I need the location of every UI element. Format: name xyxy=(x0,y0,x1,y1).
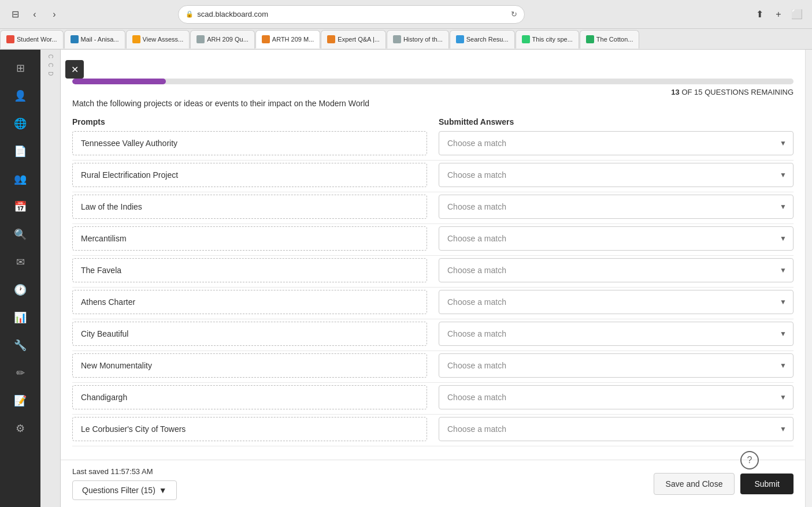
back-btn[interactable]: ‹ xyxy=(27,6,43,23)
row-divider-4 xyxy=(72,255,794,256)
answer-select-4[interactable]: Choose a match xyxy=(439,226,794,251)
sidebar-icon-edit[interactable]: ✏ xyxy=(9,361,32,385)
answer-select-wrapper-2: Choose a match xyxy=(439,163,794,187)
answer-cell-4: Choose a match xyxy=(439,226,794,251)
reload-icon[interactable]: ↻ xyxy=(511,10,517,18)
tab-label-expert: Expert Q&A |... xyxy=(338,36,380,43)
prompt-cell-5: The Favela xyxy=(72,258,427,282)
match-row-wrapper-8: New MonumentalityChoose a match xyxy=(72,353,794,383)
browser-tab-history[interactable]: History of th... xyxy=(387,30,449,49)
windows-btn[interactable]: ⬜ xyxy=(789,6,805,23)
answer-select-3[interactable]: Choose a match xyxy=(439,195,794,219)
answer-select-wrapper-8: Choose a match xyxy=(439,353,794,378)
save-close-button[interactable]: Save and Close xyxy=(654,473,735,495)
submit-button[interactable]: Submit xyxy=(740,474,794,494)
browser-tab-arh[interactable]: ARH 209 Qu... xyxy=(190,30,255,49)
prompt-box-6: Athens Charter xyxy=(72,290,427,314)
sidebar-icon-people[interactable]: 👥 xyxy=(9,167,32,191)
address-bar[interactable]: 🔒 scad.blackboard.com ↻ xyxy=(178,5,525,24)
sidebar-icon-mail[interactable]: ✉ xyxy=(9,251,32,274)
progress-bar-container xyxy=(72,79,794,84)
match-row-10: Le Corbusier's City of TowersChoose a ma… xyxy=(72,417,794,441)
tab-label-cotton: The Cotton... xyxy=(596,36,633,43)
sidebar-icon-tool[interactable]: 🔧 xyxy=(9,334,32,357)
tab-label-mail: Mail - Anisa... xyxy=(81,36,119,43)
lock-icon: 🔒 xyxy=(186,10,194,18)
sidebar-icon-settings[interactable]: ⚙ xyxy=(9,417,32,440)
questions-remaining-label: OF 15 QUESTIONS REMAINING xyxy=(681,88,794,96)
prompt-cell-9: Chandigargh xyxy=(72,385,427,409)
sidebar-icon-calendar[interactable]: 📅 xyxy=(9,195,32,218)
answer-select-10[interactable]: Choose a match xyxy=(439,417,794,441)
answer-select-wrapper-5: Choose a match xyxy=(439,258,794,282)
side-panel: C C D xyxy=(40,50,61,507)
scrollbar-track[interactable] xyxy=(805,50,812,507)
close-button[interactable]: ✕ xyxy=(65,60,84,79)
answer-cell-5: Choose a match xyxy=(439,258,794,282)
browser-tab-city[interactable]: This city spe... xyxy=(516,30,579,49)
questions-filter-button[interactable]: Questions Filter (15) ▼ xyxy=(72,480,177,500)
sidebar-icon-clock[interactable]: 🕐 xyxy=(9,278,32,301)
browser-tab-mail[interactable]: Mail - Anisa... xyxy=(64,30,125,49)
sidebar-icon-person[interactable]: 👤 xyxy=(9,84,32,107)
share-btn[interactable]: ⬆ xyxy=(752,6,768,23)
browser-tab-view[interactable]: View Assess... xyxy=(126,30,190,49)
prompt-cell-8: New Monumentality xyxy=(72,353,427,378)
answer-cell-8: Choose a match xyxy=(439,353,794,378)
sidebar-icon-grid[interactable]: ⊞ xyxy=(9,57,32,80)
answer-select-9[interactable]: Choose a match xyxy=(439,385,794,409)
sidebar-icon-document[interactable]: 📄 xyxy=(9,140,32,163)
sidebar: ⊞👤🌐📄👥📅🔍✉🕐📊🔧✏📝⚙ xyxy=(0,50,40,507)
row-divider-7 xyxy=(72,351,794,351)
prompt-box-4: Mercantilism xyxy=(72,226,427,251)
help-icon[interactable]: ? xyxy=(740,451,759,469)
match-row-wrapper-3: Law of the IndiesChoose a match xyxy=(72,195,794,224)
footer-left: Last saved 11:57:53 AM Questions Filter … xyxy=(72,467,177,500)
match-row-wrapper-6: Athens CharterChoose a match xyxy=(72,290,794,319)
new-tab-btn[interactable]: + xyxy=(770,6,787,23)
filter-chevron-icon: ▼ xyxy=(159,486,167,495)
prompt-cell-2: Rural Electrification Project xyxy=(72,163,427,187)
answers-header: Submitted Answers xyxy=(439,117,794,126)
url-text: scad.blackboard.com xyxy=(197,10,507,18)
match-row-9: ChandigarghChoose a match xyxy=(72,385,794,409)
answer-select-2[interactable]: Choose a match xyxy=(439,163,794,187)
sidebar-icon-search-sidebar[interactable]: 🔍 xyxy=(9,223,32,246)
browser-tab-expert[interactable]: Expert Q&A |... xyxy=(321,30,386,49)
prompt-cell-10: Le Corbusier's City of Towers xyxy=(72,417,427,441)
match-row-wrapper-4: MercantilismChoose a match xyxy=(72,226,794,256)
row-divider-1 xyxy=(72,160,794,161)
sidebar-toggle-btn[interactable]: ⊟ xyxy=(7,6,23,23)
answer-cell-9: Choose a match xyxy=(439,385,794,409)
sidebar-icon-report[interactable]: 📊 xyxy=(9,306,32,329)
content-area: C C D ✕ 13 OF 15 QUESTIONS REMAINING xyxy=(40,50,812,507)
answer-cell-6: Choose a match xyxy=(439,290,794,314)
answer-select-5[interactable]: Choose a match xyxy=(439,258,794,282)
prompt-box-8: New Monumentality xyxy=(72,353,427,378)
sidebar-icon-doc2[interactable]: 📝 xyxy=(9,389,32,412)
browser-tab-search[interactable]: Search Resu... xyxy=(450,30,515,49)
answer-select-6[interactable]: Choose a match xyxy=(439,290,794,314)
row-divider-9 xyxy=(72,414,794,415)
browser-tab-cotton[interactable]: The Cotton... xyxy=(580,30,640,49)
match-row-wrapper-1: Tennessee Valley AuthorityChoose a match xyxy=(72,131,794,161)
browser-tab-student[interactable]: Student Wor... xyxy=(0,30,64,49)
forward-btn[interactable]: › xyxy=(46,6,62,23)
answer-select-wrapper-7: Choose a match xyxy=(439,322,794,346)
row-divider-5 xyxy=(72,287,794,288)
prompts-header: Prompts xyxy=(72,117,427,126)
tab-label-arth: ARTH 209 M... xyxy=(272,36,314,43)
answer-select-1[interactable]: Choose a match xyxy=(439,131,794,155)
match-row-wrapper-5: The FavelaChoose a match xyxy=(72,258,794,288)
answer-cell-2: Choose a match xyxy=(439,163,794,187)
answer-select-8[interactable]: Choose a match xyxy=(439,353,794,378)
answer-select-wrapper-10: Choose a match xyxy=(439,417,794,441)
tab-label-view: View Assess... xyxy=(143,36,184,43)
match-row-wrapper-7: City BeautifulChoose a match xyxy=(72,322,794,351)
sidebar-icon-globe[interactable]: 🌐 xyxy=(9,112,32,135)
tab-bar: Student Wor...Mail - Anisa...View Assess… xyxy=(0,29,812,50)
answer-select-7[interactable]: Choose a match xyxy=(439,322,794,346)
match-row-2: Rural Electrification ProjectChoose a ma… xyxy=(72,163,794,187)
browser-tab-arth[interactable]: ARTH 209 M... xyxy=(255,30,321,49)
browser-controls: ⊟ ‹ › xyxy=(7,6,62,23)
